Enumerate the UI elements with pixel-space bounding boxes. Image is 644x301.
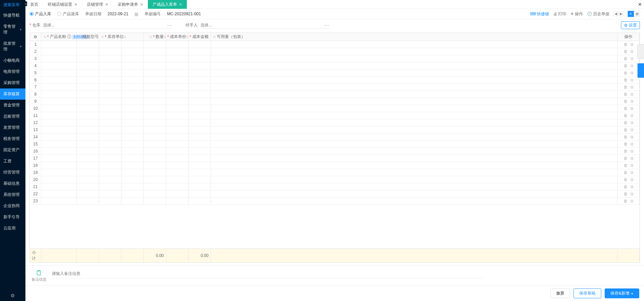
insert-row-icon[interactable]: ⧉ (630, 78, 633, 82)
table-row[interactable]: 15🗑⧉ (30, 141, 640, 148)
table-row[interactable]: 19🗑⧉ (30, 169, 640, 176)
history-button[interactable]: 🕘历史单据 (587, 11, 609, 17)
insert-row-icon[interactable]: ⧉ (630, 106, 633, 111)
float-tab-2[interactable] (637, 63, 644, 78)
delete-row-icon[interactable]: 🗑 (624, 156, 628, 161)
sidebar-item[interactable]: 发票管理 (0, 122, 25, 133)
settings-gear-icon[interactable]: ⚙ (0, 290, 25, 301)
sidebar-item[interactable]: 批发管理▼ (0, 38, 25, 55)
sidebar-collapse-icon[interactable]: ◀ (24, 1, 27, 6)
close-icon[interactable]: ✕ (74, 0, 77, 9)
float-tab-1[interactable] (637, 44, 644, 59)
table-row[interactable]: 17🗑⧉ (30, 155, 640, 162)
delete-row-icon[interactable]: 🗑 (624, 163, 628, 168)
insert-row-icon[interactable]: ⧉ (630, 85, 633, 89)
sidebar-search[interactable]: 搜索菜单 (0, 0, 25, 10)
delete-row-icon[interactable]: 🗑 (624, 192, 628, 196)
delete-row-icon[interactable]: 🗑 (624, 149, 628, 154)
column-settings-button[interactable]: ⚙设置 (621, 21, 640, 29)
table-row[interactable]: 21🗑⧉ (30, 183, 640, 190)
shortcut-button[interactable]: ⌨快捷键 (530, 11, 549, 17)
close-all-tabs-icon[interactable]: ✕ (635, 0, 644, 9)
col-product-name[interactable]: ⇅ * 产品名称 ⓘ 扫码录入 (41, 33, 77, 41)
insert-row-icon[interactable]: ⧉ (630, 192, 633, 196)
tab[interactable]: 采购申请单✕ (113, 0, 148, 9)
info-icon[interactable]: ⓘ (67, 34, 71, 40)
prev-record-icon[interactable]: ◀ (613, 12, 618, 16)
sidebar-item[interactable]: 零售管理▼ (0, 21, 25, 38)
delete-row-icon[interactable]: 🗑 (624, 127, 628, 132)
table-row[interactable]: 20🗑⧉ (30, 176, 640, 183)
delete-row-icon[interactable]: 🗑 (624, 135, 628, 139)
insert-row-icon[interactable]: ⧉ (630, 142, 633, 146)
next-record-icon[interactable]: ▶ (619, 12, 624, 16)
person-input[interactable] (200, 23, 325, 27)
sidebar-item[interactable]: 采购管理 (0, 77, 25, 88)
insert-row-icon[interactable]: ⧉ (630, 113, 633, 118)
table-row[interactable]: 10🗑⧉ (30, 105, 640, 112)
table-row[interactable]: 14🗑⧉ (30, 134, 640, 141)
view-grid-icon[interactable]: ▤ (634, 11, 640, 17)
table-row[interactable]: 7🗑⧉ (30, 84, 640, 91)
insert-row-icon[interactable]: ⧉ (630, 177, 633, 182)
insert-row-icon[interactable]: ⧉ (630, 49, 633, 54)
table-row[interactable]: 18🗑⧉ (30, 162, 640, 169)
sidebar-item[interactable]: 库存核算 (0, 88, 25, 100)
sidebar-item[interactable]: 云应用 (0, 223, 25, 234)
delete-row-icon[interactable]: 🗑 (624, 85, 628, 89)
insert-row-icon[interactable]: ⧉ (630, 120, 633, 125)
delete-row-icon[interactable]: 🗑 (624, 56, 628, 61)
warehouse-input[interactable] (43, 23, 167, 27)
table-row[interactable]: 23🗑⧉ (30, 198, 640, 205)
delete-row-icon[interactable]: 🗑 (624, 106, 628, 111)
radio-product-out[interactable]: 产品退库 (57, 11, 79, 17)
close-icon[interactable]: ✕ (105, 0, 108, 9)
delete-row-icon[interactable]: 🗑 (624, 71, 628, 75)
col-price[interactable]: ⇅*成本单价 (166, 33, 189, 41)
discard-button[interactable]: 放弃 (550, 288, 570, 298)
ellipsis-icon[interactable]: ⋯ (167, 23, 172, 28)
insert-row-icon[interactable]: ⧉ (630, 63, 633, 68)
table-row[interactable]: 16🗑⧉ (30, 148, 640, 155)
insert-row-icon[interactable]: ⧉ (630, 99, 633, 104)
delete-row-icon[interactable]: 🗑 (624, 184, 628, 189)
insert-row-icon[interactable]: ⧉ (630, 56, 633, 61)
insert-row-icon[interactable]: ⧉ (630, 184, 633, 189)
tab[interactable]: 旺铺店铺设置✕ (43, 0, 82, 9)
table-row[interactable]: 13🗑⧉ (30, 126, 640, 134)
delete-row-icon[interactable]: 🗑 (624, 78, 628, 82)
ellipsis-icon[interactable]: ⋯ (325, 23, 329, 28)
table-row[interactable]: 6🗑⧉ (30, 77, 640, 84)
table-row[interactable]: 2🗑⧉ (30, 48, 640, 55)
insert-row-icon[interactable]: ⧉ (630, 170, 633, 175)
col-pack[interactable]: ⇅可用量（包装） (211, 33, 618, 41)
warehouse-select[interactable]: ⋯ (43, 22, 172, 29)
delete-row-icon[interactable]: 🗑 (624, 199, 628, 203)
table-row[interactable]: 8🗑⧉ (30, 91, 640, 98)
delete-row-icon[interactable]: 🗑 (624, 120, 628, 125)
delete-row-icon[interactable]: 🗑 (624, 113, 628, 118)
sidebar-item[interactable]: 资金管理 (0, 100, 25, 111)
sidebar-item[interactable]: 系统管理 (0, 189, 25, 200)
delete-row-icon[interactable]: 🗑 (624, 177, 628, 182)
tab[interactable]: 店铺管理✕ (82, 0, 113, 9)
sidebar-item[interactable]: 快捷导航 (0, 10, 25, 21)
sidebar-item[interactable]: 总账管理 (0, 111, 25, 122)
header-gear-icon[interactable]: ⚙ (30, 33, 41, 41)
sidebar-item[interactable]: 企业协同 (0, 200, 25, 212)
remarks-input[interactable] (51, 269, 485, 278)
sidebar-item[interactable]: 新手引导 (0, 212, 25, 223)
insert-row-icon[interactable]: ⧉ (630, 71, 633, 75)
table-row[interactable]: 11🗑⧉ (30, 112, 640, 119)
col-unit[interactable]: ⇅*库存单位 (99, 33, 121, 41)
radio-product-in[interactable]: 产品入库 (30, 11, 51, 17)
date-value[interactable]: 2022-09-21 (108, 12, 128, 16)
insert-row-icon[interactable]: ⧉ (630, 163, 633, 168)
table-row[interactable]: 9🗑⧉ (30, 98, 640, 105)
table-row[interactable]: 1🗑⧉ (30, 41, 640, 48)
col-spec[interactable]: ⇅规格型号 (77, 33, 99, 41)
person-select[interactable]: ⋯ (200, 22, 329, 29)
view-list-icon[interactable]: ≡ (628, 11, 634, 17)
delete-row-icon[interactable]: 🗑 (624, 170, 628, 175)
insert-row-icon[interactable]: ⧉ (630, 156, 633, 161)
